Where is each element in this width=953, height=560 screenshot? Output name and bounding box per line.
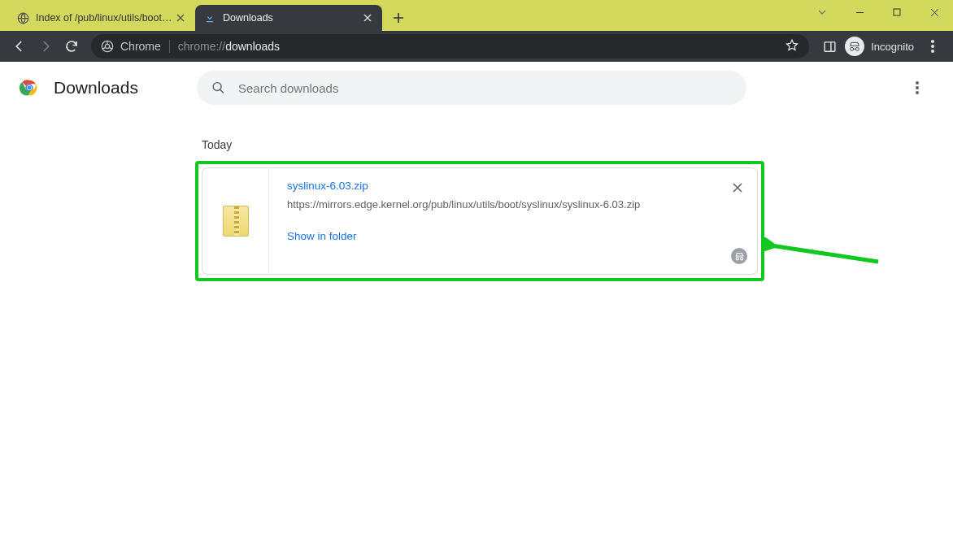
tab-close-button[interactable]	[174, 11, 187, 24]
page-title: Downloads	[54, 78, 138, 98]
svg-point-6	[931, 45, 934, 48]
downloads-menu-button[interactable]	[904, 75, 930, 101]
incognito-icon	[845, 37, 864, 56]
window-close-button[interactable]	[916, 0, 953, 24]
globe-icon	[16, 11, 29, 24]
search-icon	[211, 80, 225, 95]
svg-point-3	[105, 44, 109, 48]
address-site-chip: Chrome	[101, 40, 170, 53]
forward-button[interactable]	[33, 33, 59, 59]
address-url: chrome://downloads	[178, 40, 280, 53]
chrome-logo-icon	[18, 76, 41, 99]
new-tab-button[interactable]	[387, 7, 410, 29]
download-icon	[203, 11, 216, 24]
incognito-badge-icon	[731, 248, 747, 264]
search-downloads-input[interactable]	[238, 81, 732, 95]
downloads-content: Today syslinux-6.03.zip https://mirrors.…	[0, 114, 953, 275]
tab-title: Index of /pub/linux/utils/boot/sy	[36, 12, 174, 24]
back-button[interactable]	[7, 33, 33, 59]
svg-point-5	[931, 40, 934, 43]
browser-toolbar: Chrome chrome://downloads Incognito	[0, 31, 953, 62]
svg-point-13	[916, 81, 919, 85]
download-item-card: syslinux-6.03.zip https://mirrors.edge.k…	[202, 167, 758, 275]
tab-index-page[interactable]: Index of /pub/linux/utils/boot/sy	[8, 5, 195, 31]
svg-point-12	[213, 83, 221, 91]
bookmark-star-icon[interactable]	[785, 38, 799, 55]
download-filename-link[interactable]: syslinux-6.03.zip	[287, 180, 744, 192]
tab-title: Downloads	[223, 12, 361, 24]
tab-downloads[interactable]: Downloads	[195, 5, 382, 31]
page-header: Downloads	[0, 62, 953, 114]
date-section-label: Today	[202, 138, 953, 151]
svg-rect-4	[825, 41, 835, 50]
remove-download-button[interactable]	[729, 180, 746, 196]
window-titlebar: Index of /pub/linux/utils/boot/sy Downlo…	[0, 0, 953, 31]
svg-rect-1	[894, 9, 900, 15]
download-source-url: https://mirrors.edge.kernel.org/pub/linu…	[287, 198, 744, 211]
browser-menu-button[interactable]	[919, 33, 946, 59]
file-type-icon	[202, 168, 269, 274]
window-minimize-button[interactable]	[841, 0, 878, 24]
zip-file-icon	[223, 206, 249, 237]
svg-point-11	[28, 86, 32, 90]
tab-close-button[interactable]	[361, 11, 374, 24]
window-dropdown-button[interactable]	[803, 0, 841, 24]
search-downloads-box[interactable]	[197, 71, 746, 105]
side-panel-button[interactable]	[816, 33, 843, 59]
reload-button[interactable]	[59, 33, 85, 59]
svg-point-14	[916, 86, 919, 89]
chrome-mono-icon	[101, 40, 114, 53]
show-in-folder-link[interactable]: Show in folder	[287, 230, 744, 242]
window-maximize-button[interactable]	[878, 0, 916, 24]
address-bar[interactable]: Chrome chrome://downloads	[91, 34, 809, 59]
svg-point-15	[916, 91, 919, 94]
svg-point-7	[931, 50, 934, 53]
incognito-indicator[interactable]: Incognito	[843, 35, 919, 58]
address-scheme-label: Chrome	[120, 40, 161, 53]
incognito-label: Incognito	[871, 41, 914, 53]
